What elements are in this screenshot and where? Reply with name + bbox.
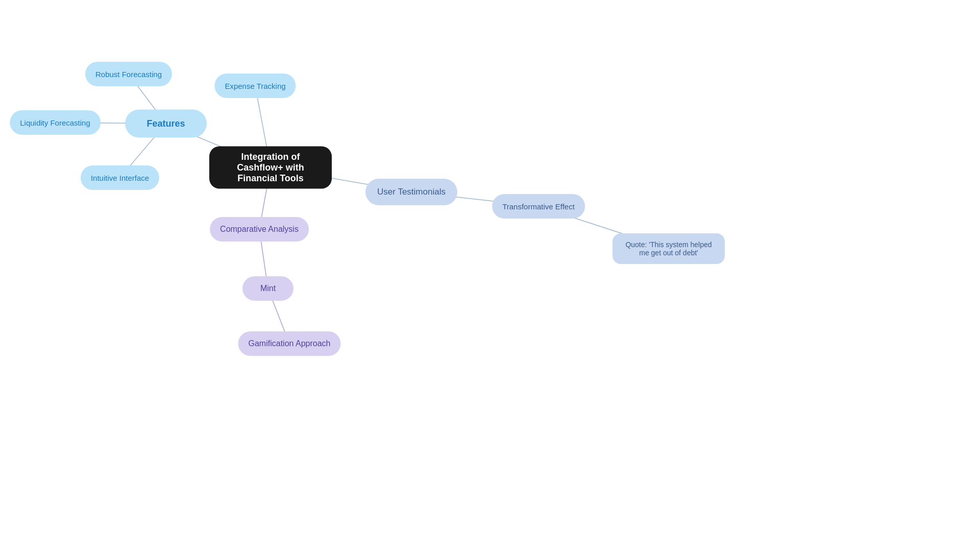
features-node[interactable]: Features bbox=[125, 110, 207, 138]
center-node[interactable]: Integration of Cashflow+ with Financial … bbox=[209, 147, 332, 189]
mint-node[interactable]: Mint bbox=[242, 276, 293, 301]
robust-forecasting-node[interactable]: Robust Forecasting bbox=[85, 62, 172, 86]
mindmap-canvas: Integration of Cashflow+ with Financial … bbox=[0, 0, 980, 553]
intuitive-interface-node[interactable]: Intuitive Interface bbox=[81, 165, 159, 190]
transformative-effect-node[interactable]: Transformative Effect bbox=[492, 194, 585, 219]
comparative-analysis-node[interactable]: Comparative Analysis bbox=[210, 217, 309, 242]
gamification-approach-node[interactable]: Gamification Approach bbox=[238, 331, 341, 356]
quote-node[interactable]: Quote: 'This system helped me get out of… bbox=[612, 233, 725, 264]
expense-tracking-node[interactable]: Expense Tracking bbox=[214, 74, 296, 98]
user-testimonials-node[interactable]: User Testimonials bbox=[365, 179, 457, 205]
liquidity-forecasting-node[interactable]: Liquidity Forecasting bbox=[10, 110, 101, 135]
